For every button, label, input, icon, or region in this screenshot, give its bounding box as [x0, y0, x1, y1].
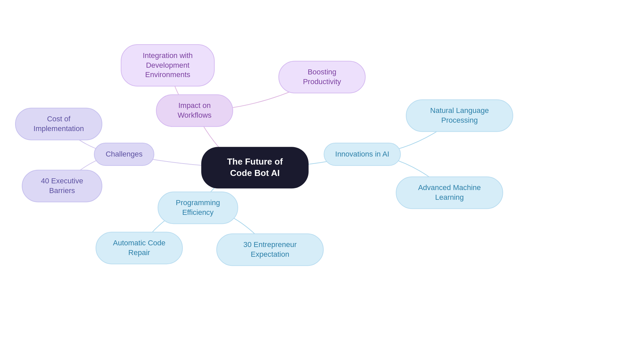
- nlp-node[interactable]: Natural Language Processing: [406, 99, 513, 132]
- center-node-label: The Future of Code Bot AI: [220, 156, 290, 179]
- advanced-ml-label: Advanced Machine Learning: [407, 183, 492, 202]
- entrepreneur-expectation-label: 30 Entrepreneur Expectation: [228, 240, 312, 259]
- cost-implementation-node[interactable]: Cost of Implementation: [15, 108, 102, 140]
- boosting-productivity-node[interactable]: Boosting Productivity: [278, 61, 366, 93]
- impact-workflows-node[interactable]: Impact on Workflows: [156, 94, 233, 127]
- center-node[interactable]: The Future of Code Bot AI: [201, 147, 309, 188]
- impact-workflows-label: Impact on Workflows: [167, 101, 222, 120]
- cost-implementation-label: Cost of Implementation: [26, 114, 91, 133]
- auto-code-repair-label: Automatic Code Repair: [107, 238, 171, 257]
- innovations-label: Innovations in AI: [335, 149, 389, 159]
- nlp-label: Natural Language Processing: [417, 106, 502, 125]
- integration-dev-node[interactable]: Integration with Development Environment…: [121, 44, 215, 86]
- innovations-node[interactable]: Innovations in AI: [324, 143, 401, 166]
- challenges-label: Challenges: [106, 149, 143, 159]
- executive-barriers-label: 40 Executive Barriers: [33, 176, 91, 195]
- programming-efficiency-label: Programming Efficiency: [169, 198, 227, 217]
- challenges-node[interactable]: Challenges: [94, 143, 154, 166]
- executive-barriers-node[interactable]: 40 Executive Barriers: [22, 170, 102, 202]
- boosting-productivity-label: Boosting Productivity: [290, 67, 354, 86]
- advanced-ml-node[interactable]: Advanced Machine Learning: [396, 176, 503, 209]
- entrepreneur-expectation-node[interactable]: 30 Entrepreneur Expectation: [216, 233, 324, 266]
- integration-dev-label: Integration with Development Environment…: [132, 51, 203, 80]
- programming-efficiency-node[interactable]: Programming Efficiency: [158, 191, 238, 224]
- auto-code-repair-node[interactable]: Automatic Code Repair: [96, 232, 183, 264]
